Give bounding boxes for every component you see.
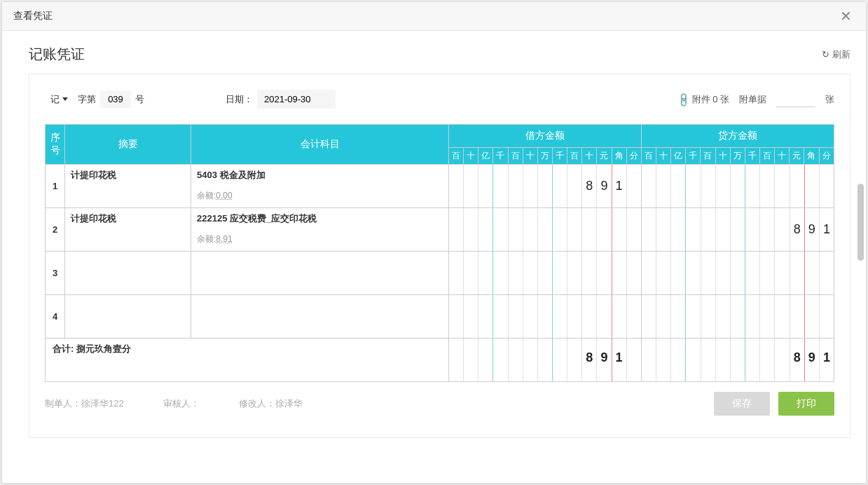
total-credit: 891 <box>641 339 834 382</box>
unit-header: 十 <box>582 148 597 165</box>
modifier: 修改人：徐泽华 <box>239 397 303 410</box>
row-summary[interactable]: 计提印花税 <box>65 208 191 252</box>
refresh-label: 刷新 <box>832 48 850 61</box>
unit-header: 十 <box>715 148 730 165</box>
row-subject[interactable]: 222125 应交税费_应交印花税余额:8.91 <box>191 208 449 252</box>
row-debit[interactable] <box>449 208 642 252</box>
col-summary: 摘要 <box>65 125 191 165</box>
print-button[interactable]: 打印 <box>778 392 834 416</box>
row-subject[interactable] <box>191 252 449 295</box>
row-index: 1 <box>46 165 65 208</box>
row-summary[interactable]: 计提印花税 <box>65 165 191 208</box>
signature-row: 制单人：徐泽华122 审核人： 修改人：徐泽华 保存 打印 <box>45 392 834 416</box>
attach-bill-label: 附单据 <box>739 93 766 106</box>
unit-header: 百 <box>449 148 464 165</box>
date-input[interactable] <box>257 90 336 109</box>
unit-header: 千 <box>745 148 759 165</box>
close-button[interactable]: ✕ <box>837 9 855 23</box>
row-index: 3 <box>46 252 65 295</box>
voucher-sheet: 记 字第 号 日期： 🔗 附件 0 张 附单据 张 <box>29 74 850 438</box>
date-label: 日期： <box>226 93 253 106</box>
table-row[interactable]: 4 <box>46 295 834 339</box>
refresh-icon: ↻ <box>822 49 829 60</box>
col-idx: 序号 <box>46 125 65 165</box>
row-index: 2 <box>46 208 65 252</box>
unit-header: 百 <box>508 148 523 165</box>
unit-header: 千 <box>493 148 508 165</box>
row-index: 4 <box>46 295 65 339</box>
hao-label: 号 <box>135 93 144 106</box>
col-debit: 借方金额 <box>449 125 642 148</box>
row-credit[interactable] <box>641 295 834 339</box>
maker: 制单人：徐泽华122 <box>45 397 124 410</box>
unit-header: 角 <box>612 148 626 165</box>
voucher-table: 序号 摘要 会计科目 借方金额 贷方金额 百十亿千百十万千百十元角分百十亿千百十… <box>45 124 834 382</box>
unit-header: 十 <box>775 148 790 165</box>
total-row: 合计: 捌元玖角壹分891891 <box>46 339 834 382</box>
modal-title: 查看凭证 <box>13 10 53 22</box>
unit-header: 千 <box>552 148 567 165</box>
unit-header: 元 <box>597 148 612 165</box>
attach-bill-input[interactable] <box>776 92 815 107</box>
unit-header: 角 <box>804 148 819 165</box>
chevron-down-icon <box>62 97 68 101</box>
col-subject: 会计科目 <box>191 125 449 165</box>
unit-header: 十 <box>523 148 537 165</box>
modal-body: 记账凭证 ↻ 刷新 记 字第 号 日期： <box>2 31 866 483</box>
save-button[interactable]: 保存 <box>714 392 770 416</box>
row-credit[interactable] <box>641 165 834 208</box>
attachment-link[interactable]: 🔗 附件 0 张 <box>677 93 729 106</box>
unit-header: 万 <box>730 148 745 165</box>
row-debit[interactable] <box>449 295 642 339</box>
unit-header: 分 <box>819 148 834 165</box>
page-title: 记账凭证 <box>29 45 85 64</box>
unit-header: 十 <box>464 148 478 165</box>
unit-header: 百 <box>701 148 715 165</box>
zidi-label: 字第 <box>78 93 96 106</box>
row-debit[interactable]: 891 <box>449 165 642 208</box>
row-credit[interactable]: 891 <box>641 208 834 252</box>
row-credit[interactable] <box>641 252 834 295</box>
table-row[interactable]: 3 <box>46 252 834 295</box>
row-debit[interactable] <box>449 252 642 295</box>
table-row[interactable]: 1计提印花税5403 税金及附加余额:0.00891 <box>46 165 834 208</box>
table-row[interactable]: 2计提印花税222125 应交税费_应交印花税余额:8.91891 <box>46 208 834 252</box>
voucher-no-input[interactable] <box>100 90 131 108</box>
unit-header: 亿 <box>671 148 686 165</box>
unit-header: 百 <box>759 148 774 165</box>
modal-header: 查看凭证 ✕ <box>2 2 866 31</box>
unit-header: 十 <box>656 148 670 165</box>
unit-header: 亿 <box>478 148 493 165</box>
total-debit: 891 <box>449 339 642 382</box>
unit-header: 百 <box>567 148 582 165</box>
close-icon: ✕ <box>840 8 852 24</box>
auditor: 审核人： <box>163 397 200 410</box>
unit-header: 分 <box>626 148 641 165</box>
voucher-type-select[interactable]: 记 <box>45 90 74 109</box>
zhang-label: 张 <box>825 93 834 106</box>
unit-header: 元 <box>790 148 804 165</box>
row-subject[interactable] <box>191 295 449 339</box>
total-label: 合计: 捌元玖角壹分 <box>46 339 449 382</box>
unit-header: 千 <box>686 148 701 165</box>
unit-header: 百 <box>641 148 656 165</box>
scrollbar-thumb[interactable] <box>857 184 864 261</box>
unit-header: 万 <box>537 148 552 165</box>
refresh-button[interactable]: ↻ 刷新 <box>822 48 850 61</box>
attachment-icon: 🔗 <box>675 91 691 107</box>
row-summary[interactable] <box>65 295 191 339</box>
meta-row: 记 字第 号 日期： 🔗 附件 0 张 附单据 张 <box>45 90 834 109</box>
voucher-modal: 查看凭证 ✕ 记账凭证 ↻ 刷新 记 字第 号 <box>1 1 867 484</box>
col-credit: 贷方金额 <box>641 125 834 148</box>
row-summary[interactable] <box>65 252 191 295</box>
row-subject[interactable]: 5403 税金及附加余额:0.00 <box>191 165 449 208</box>
